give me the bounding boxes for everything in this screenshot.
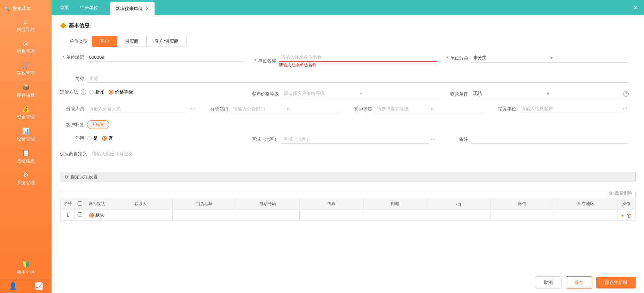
remarks-input[interactable]	[471, 135, 629, 144]
region-more-btn[interactable]: ···	[429, 136, 437, 143]
payment-terms-label: 收款条件	[444, 91, 468, 97]
cell-address[interactable]	[172, 210, 236, 221]
row-checkbox[interactable]	[78, 212, 82, 217]
operations-icon: 📊	[22, 127, 30, 135]
unit-code-label: * 单位编码	[60, 54, 84, 60]
pricing-method-field: 定价方法 ? 折扣 价格等级	[60, 89, 245, 95]
email-input[interactable]	[366, 213, 425, 218]
pricing-radio-level[interactable]: 价格等级	[109, 89, 133, 95]
tab-close-new-partner[interactable]: ✕	[146, 6, 149, 11]
tab-home[interactable]: 首页	[54, 0, 74, 15]
select-all-checkbox[interactable]	[78, 201, 82, 206]
qq-input[interactable]	[429, 213, 488, 218]
contact-input[interactable]	[111, 213, 170, 218]
row-region-input[interactable]	[556, 213, 615, 218]
pricing-radio-discount[interactable]: 折扣	[89, 89, 104, 95]
form-row-pricing: 定价方法 ? 折扣 价格等级 客户价格等级 请选择客户价	[60, 89, 636, 98]
form-row-supplier-custom: 供应商自定义	[60, 150, 636, 158]
default-radio[interactable]: 默认	[87, 212, 107, 218]
basics-icon: 📋	[22, 149, 30, 157]
search-menu[interactable]: 🔍 搜索菜单	[0, 3, 52, 15]
add-tag-button[interactable]: + 标签	[87, 120, 109, 129]
add-row-button[interactable]: +	[621, 212, 624, 218]
type-btn-supplier[interactable]: 供应商	[117, 36, 147, 47]
payment-help-icon[interactable]: ?	[623, 91, 629, 97]
cell-contact[interactable]	[109, 210, 172, 221]
form-row-shortname: 简称	[60, 74, 636, 83]
region-input[interactable]	[282, 135, 429, 144]
form-row-manager: 分管人员 ··· 分管部门 请输入分管部门 ▼ 客户等级 请选择客户等级 ▼ 结…	[60, 105, 636, 114]
tab-new-partner[interactable]: 新增往来单位 ✕	[110, 2, 155, 15]
remarks-field: 备注	[444, 135, 629, 144]
unit-name-input-wrapper: 请输入往来单位名称	[279, 53, 437, 68]
col-qq: qq	[427, 198, 490, 210]
unit-name-input[interactable]	[279, 53, 437, 62]
type-btn-both[interactable]: 客户/供应商	[147, 36, 187, 47]
col-default: 设为默认	[85, 198, 109, 210]
save-new-button[interactable]: 保存并新增	[596, 277, 636, 288]
sidebar-item-finance[interactable]: 💰 资金管理	[0, 102, 52, 124]
unit-category-select[interactable]: 未分类 ▼	[471, 53, 629, 63]
tab-bar-close-button[interactable]: ✕	[630, 4, 641, 11]
sidebar-item-basics[interactable]: 📋 基础信息	[0, 146, 52, 168]
short-name-input[interactable]	[87, 74, 629, 83]
batch-delete-button[interactable]: 🗑 批量删除	[608, 190, 633, 196]
cell-phone[interactable]	[236, 210, 300, 221]
fax-input[interactable]	[302, 213, 361, 218]
tab-close-partners[interactable]: ✕	[101, 5, 104, 10]
unit-name-label: * 单位名称	[252, 58, 276, 64]
cell-region[interactable]	[554, 210, 618, 221]
customer-price-level-field: 客户价格等级 请选择客户价格等级 ▼	[252, 89, 437, 98]
type-btn-customer[interactable]: 客户	[92, 36, 117, 47]
sidebar-item-sales[interactable]: ◎ 销售管理	[0, 36, 52, 58]
phone-input[interactable]	[238, 213, 297, 218]
cell-fax[interactable]	[300, 210, 363, 221]
sidebar-item-system[interactable]: ⚙ 系统管理	[0, 168, 52, 189]
sidebar-item-inventory[interactable]: 📦 库存核算	[0, 80, 52, 102]
unit-name-error: 请输入往来单位名称	[279, 62, 437, 68]
save-button[interactable]: 保存	[566, 276, 592, 289]
tab-bar: 首页 往来单位 ✕ 新增往来单位 ✕ ✕	[52, 0, 644, 15]
cancel-button[interactable]: 取消	[535, 276, 561, 289]
section-icon: 🔶	[60, 23, 66, 29]
sidebar-item-purchase[interactable]: 🛒 采购管理	[0, 58, 52, 80]
home-icon: ⌂	[24, 18, 28, 25]
unit-name-field: * 单位名称 请输入往来单位名称	[252, 53, 437, 68]
customer-price-level-label: 客户价格等级	[252, 91, 279, 97]
col-seq: 序号	[61, 198, 75, 210]
delete-row-button[interactable]: 🗑	[627, 212, 632, 218]
customer-level-select[interactable]: 请选择客户等级 ▼	[375, 105, 485, 114]
custom-settings-button[interactable]: ⚙ 自定义项设置	[60, 172, 636, 182]
settlement-more-btn[interactable]: ···	[621, 106, 629, 112]
settlement-input[interactable]	[519, 105, 621, 113]
tab-partners[interactable]: 往来单位 ✕	[74, 0, 110, 15]
address-input[interactable]	[175, 213, 234, 218]
cell-wechat[interactable]	[490, 210, 554, 221]
payment-terms-field: 收款条件 现结 ▼ ?	[444, 89, 629, 98]
manager-input[interactable]	[87, 105, 189, 113]
sidebar-item-quick-nav[interactable]: ⌂ 快捷导航	[0, 15, 52, 36]
cell-email[interactable]	[363, 210, 427, 221]
unit-code-input[interactable]	[87, 53, 245, 62]
wechat-input[interactable]	[493, 213, 552, 218]
disabled-radio-no[interactable]: 否	[102, 135, 113, 141]
sidebar-item-operations[interactable]: 📊 经营管理	[0, 124, 52, 146]
pricing-help-icon[interactable]: ?	[81, 89, 86, 95]
department-field: 分管部门 请输入分管部门 ▼	[204, 105, 341, 114]
sidebar-item-guide[interactable]: 🔰 新手引导	[0, 257, 52, 279]
disabled-radio-yes[interactable]: 是	[87, 135, 98, 141]
user-icon[interactable]: 👤	[9, 282, 17, 290]
inventory-icon: 📦	[22, 83, 30, 91]
chevron-down-icon-4: ▼	[286, 107, 339, 111]
remarks-label: 备注	[444, 136, 468, 143]
department-select[interactable]: 请输入分管部门 ▼	[231, 105, 341, 114]
customer-price-level-select[interactable]: 请选择客户价格等级 ▼	[282, 89, 437, 98]
supplier-custom-field: 供应商自定义	[60, 150, 629, 158]
cell-qq[interactable]	[427, 210, 490, 221]
chart-icon[interactable]: 📈	[34, 282, 43, 290]
delete-icon: 🗑	[608, 191, 613, 196]
chevron-down-icon-3: ▼	[546, 91, 620, 96]
manager-more-btn[interactable]: ···	[189, 106, 197, 112]
payment-terms-select[interactable]: 现结 ▼	[471, 89, 622, 98]
supplier-custom-input[interactable]	[90, 150, 629, 158]
